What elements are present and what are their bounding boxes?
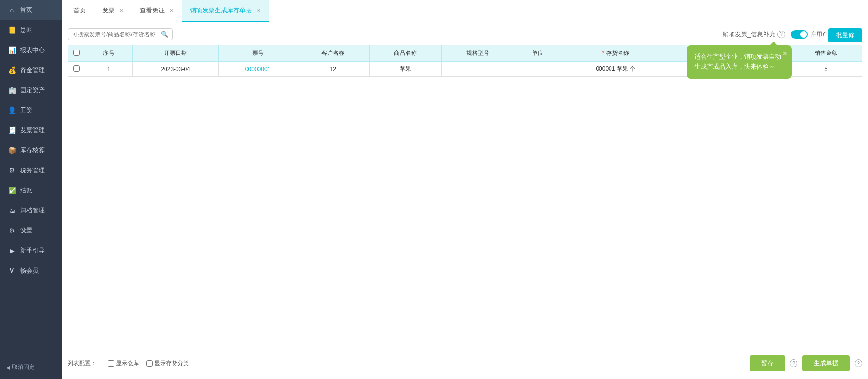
- col-unit: 单位: [514, 45, 561, 62]
- tooltip-text: 适合生产型企业，销项发票自动生成产成品入库，快来体验～: [694, 53, 781, 70]
- info-label-text: 销项发票_信息补充: [723, 30, 775, 39]
- invoice-mgmt-icon: 🧾: [8, 126, 16, 134]
- row-spec: [442, 62, 514, 77]
- col-date: 开票日期: [132, 45, 218, 62]
- assets-icon: 🏢: [8, 86, 16, 94]
- settle-icon: ✅: [8, 187, 16, 194]
- tab-sales-inventory-close[interactable]: ✕: [257, 8, 261, 13]
- sidebar-label-invoice-mgmt: 发票管理: [20, 126, 45, 135]
- sidebar-item-archive[interactable]: 🗂 归档管理: [0, 200, 62, 221]
- cancel-fixed-icon: ◀: [6, 364, 10, 371]
- sidebar-item-settle[interactable]: ✅ 结账: [0, 180, 62, 200]
- sidebar-label-archive: 归档管理: [20, 206, 45, 215]
- sidebar-item-vip[interactable]: V 畅会员: [0, 261, 62, 281]
- sidebar-label-home: 首页: [20, 6, 32, 14]
- toggle-knob: [800, 31, 807, 38]
- generate-info-icon[interactable]: ?: [855, 359, 862, 367]
- toolbar-right: 销项发票_信息补充 ? 启用产成品自动入库 批量修: [723, 30, 862, 39]
- sidebar-item-report[interactable]: 📊 报表中心: [0, 40, 62, 60]
- auto-warehouse-toggle[interactable]: [791, 30, 808, 39]
- col-customer: 客户名称: [297, 45, 369, 62]
- sidebar-label-guide: 新手引导: [20, 246, 45, 255]
- sidebar-label-tax: 税务管理: [20, 166, 45, 175]
- sidebar-item-guide[interactable]: ▶ 新手引导: [0, 241, 62, 261]
- sidebar-item-payroll[interactable]: 👤 工资: [0, 100, 62, 120]
- sidebar-item-home[interactable]: ⌂ 首页: [0, 0, 62, 20]
- sidebar-item-assets[interactable]: 🏢 固定资产: [0, 80, 62, 100]
- search-input[interactable]: [72, 31, 158, 38]
- show-warehouse-label: 显示仓库: [116, 359, 139, 368]
- sidebar-label-payroll: 工资: [20, 106, 32, 115]
- row-inventory: 000001 苹果 个: [561, 62, 670, 77]
- sidebar-item-invoice-mgmt[interactable]: 🧾 发票管理: [0, 120, 62, 140]
- report-icon: 📊: [8, 46, 16, 54]
- sidebar-item-inventory[interactable]: 📦 库存核算: [0, 140, 62, 160]
- col-checkbox: [68, 45, 85, 62]
- sidebar-label-report: 报表中心: [20, 46, 45, 54]
- sidebar-label-funds: 资金管理: [20, 66, 45, 74]
- col-seq: 序号: [85, 45, 133, 62]
- tooltip-close-button[interactable]: ✕: [782, 48, 788, 59]
- info-label: 销项发票_信息补充 ?: [723, 30, 785, 39]
- sidebar-label-settle: 结账: [20, 186, 32, 195]
- row-checkbox: [68, 62, 85, 77]
- sidebar-label-inventory: 库存核算: [20, 146, 45, 155]
- ledger-icon: 📒: [8, 26, 16, 34]
- sidebar-bottom: ◀ 取消固定: [0, 355, 62, 379]
- show-category-checkbox[interactable]: 显示存货分类: [146, 359, 189, 368]
- tab-invoice[interactable]: 发票 ✕: [94, 0, 131, 22]
- row-date: 2023-03-04: [132, 62, 218, 77]
- sidebar-label-assets: 固定资产: [20, 86, 45, 95]
- tab-voucher[interactable]: 查看凭证 ✕: [132, 0, 181, 22]
- generate-button[interactable]: 生成单据: [802, 355, 850, 371]
- batch-button[interactable]: 批量修: [828, 28, 862, 42]
- funds-icon: 💰: [8, 66, 16, 74]
- sidebar-item-ledger[interactable]: 📒 总账: [0, 20, 62, 40]
- cancel-fixed-label: 取消固定: [12, 363, 35, 371]
- tab-home[interactable]: 首页: [66, 0, 93, 22]
- save-button[interactable]: 暂存: [750, 355, 785, 371]
- archive-icon: 🗂: [8, 207, 16, 214]
- select-all-checkbox[interactable]: [73, 50, 80, 56]
- sidebar: ⌂ 首页 📒 总账 📊 报表中心 💰 资金管理 🏢 固定资产 👤 工资 🧾 发票…: [0, 0, 62, 379]
- invoice-number-link[interactable]: 00000001: [245, 66, 270, 73]
- tab-voucher-label: 查看凭证: [140, 6, 165, 15]
- vip-icon: V: [8, 267, 16, 274]
- sidebar-label-vip: 畅会员: [20, 266, 39, 275]
- search-box[interactable]: 🔍: [68, 28, 173, 40]
- col-inventory: 存货名称: [561, 45, 670, 62]
- content-area: 🔍 销项发票_信息补充 ? 启用产成品自动入库 批量修 ✕ 适合: [62, 22, 868, 379]
- sidebar-item-funds[interactable]: 💰 资金管理: [0, 60, 62, 80]
- tab-sales-inventory[interactable]: 销项发票生成库存单据 ✕: [182, 0, 269, 22]
- table-wrapper: 序号 开票日期 票号 客户名称 商品名称 规格型号 单位 存货名称 数量 销售单…: [68, 45, 862, 350]
- guide-icon: ▶: [8, 247, 16, 254]
- sidebar-item-tax[interactable]: ⚙ 税务管理: [0, 160, 62, 180]
- row-seq: 1: [85, 62, 133, 77]
- list-config-label: 列表配置：: [68, 359, 96, 368]
- tab-invoice-close[interactable]: ✕: [119, 8, 124, 13]
- inventory-icon: 📦: [8, 147, 16, 154]
- row-amount: 5: [790, 62, 862, 77]
- col-goods: 商品名称: [369, 45, 442, 62]
- sidebar-label-ledger: 总账: [20, 26, 32, 34]
- toolbar: 🔍 销项发票_信息补充 ? 启用产成品自动入库 批量修: [68, 28, 862, 40]
- cancel-fixed-button[interactable]: ◀ 取消固定: [0, 359, 62, 375]
- bottom-bar: 列表配置： 显示仓库 显示存货分类 暂存 ? 生成单据 ?: [68, 350, 862, 373]
- sidebar-item-settings[interactable]: ⚙ 设置: [0, 221, 62, 241]
- tab-invoice-label: 发票: [102, 6, 114, 15]
- save-info-icon[interactable]: ?: [790, 359, 797, 367]
- info-icon[interactable]: ?: [777, 31, 785, 38]
- tab-home-label: 首页: [73, 6, 86, 15]
- settings-icon: ⚙: [8, 227, 16, 234]
- tab-sales-inventory-label: 销项发票生成库存单据: [190, 6, 252, 15]
- show-warehouse-checkbox[interactable]: 显示仓库: [108, 359, 139, 368]
- search-icon: 🔍: [161, 31, 168, 38]
- main-area: 首页 发票 ✕ 查看凭证 ✕ 销项发票生成库存单据 ✕ 🔍: [62, 0, 868, 379]
- toolbar-left: 🔍: [68, 28, 173, 40]
- col-amount: 销售金额: [790, 45, 862, 62]
- tab-voucher-close[interactable]: ✕: [169, 8, 174, 13]
- row-select-checkbox[interactable]: [73, 65, 80, 72]
- home-icon: ⌂: [8, 6, 16, 14]
- row-number: 00000001: [219, 62, 297, 77]
- tooltip-popup: ✕ 适合生产型企业，销项发票自动生成产成品入库，快来体验～: [687, 45, 792, 79]
